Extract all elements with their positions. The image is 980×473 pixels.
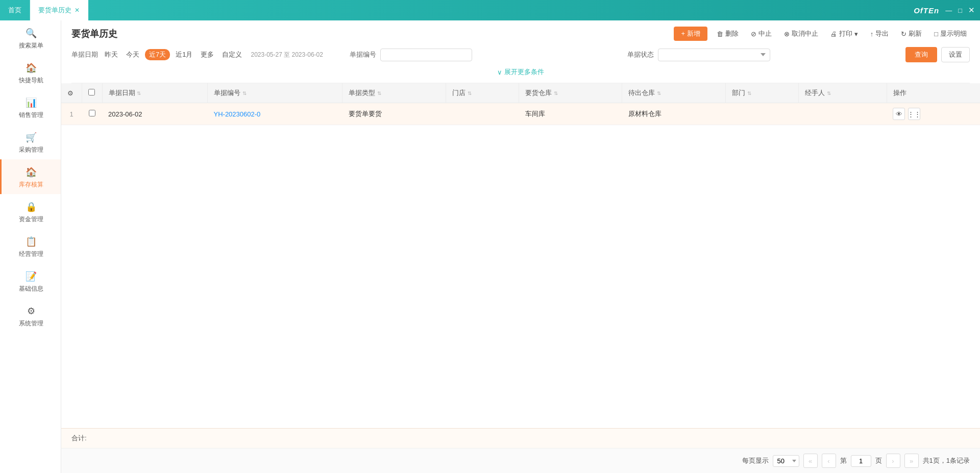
date-opt-today[interactable]: 今天	[124, 49, 142, 60]
filter-group-bill-number: 单据编号	[350, 49, 618, 61]
td-checkbox[interactable]	[82, 103, 102, 125]
th-store-label: 门店	[452, 89, 465, 97]
settings-button[interactable]: 设置	[941, 47, 970, 62]
table-row[interactable]: 1 2023-06-02 YH-20230602-0 要货单要货 车间库 原材料…	[61, 103, 980, 125]
add-button-label: + 新增	[681, 29, 700, 38]
expand-chevron-icon: ∨	[497, 68, 502, 76]
date-filter-label: 单据日期	[71, 50, 98, 59]
query-button-label: 查询	[915, 50, 928, 59]
date-opt-yesterday[interactable]: 昨天	[102, 49, 120, 60]
td-req-warehouse: 车间库	[519, 103, 622, 125]
th-checkbox[interactable]	[82, 83, 102, 103]
th-type-sort-icon: ⇅	[377, 90, 381, 96]
last-page-btn[interactable]: »	[904, 454, 919, 468]
sidebar-item-label-inventory: 库存核算	[19, 180, 43, 189]
basic-info-icon: 📝	[26, 271, 37, 282]
th-action: 操作	[887, 83, 980, 103]
content-area: 要货单历史 + 新增 🗑 删除 ⊘ 中止 ⊗ 取消中止	[61, 20, 980, 473]
show-detail-button-label: 显示明细	[940, 29, 967, 38]
per-page-label: 每页显示	[742, 456, 769, 465]
purchase-icon: 🛒	[26, 132, 37, 143]
sidebar-item-system[interactable]: ⚙ 系统管理	[0, 298, 61, 333]
view-icon: 👁	[896, 110, 902, 118]
filter-bar: 单据日期 昨天 今天 近7天 近1月 更多 自定义 2023-05-27 至 2…	[71, 47, 970, 83]
prev-page-btn[interactable]: ‹	[822, 454, 836, 468]
th-settings[interactable]: ⚙	[61, 83, 82, 103]
date-opt-more[interactable]: 更多	[198, 49, 216, 60]
th-store[interactable]: 门店 ⇅	[446, 83, 519, 103]
sidebar: 🔍 搜索菜单 🏠 快捷导航 📊 销售管理 🛒 采购管理 🏠 库存核算 🔒 资金管…	[0, 20, 61, 473]
cancel-stop-button[interactable]: ⊗ 取消中止	[781, 27, 821, 40]
td-action: 👁 ⋮⋮	[887, 103, 980, 125]
delete-button-label: 删除	[725, 29, 739, 38]
export-button[interactable]: ↑ 导出	[867, 27, 892, 40]
stop-button[interactable]: ⊘ 中止	[748, 27, 775, 40]
th-req-warehouse[interactable]: 要货仓库 ⇅	[519, 83, 622, 103]
bill-number-input[interactable]	[380, 49, 472, 61]
row-checkbox[interactable]	[89, 110, 95, 116]
sidebar-item-purchase[interactable]: 🛒 采购管理	[0, 125, 61, 159]
print-button[interactable]: 🖨 打印 ▾	[827, 27, 861, 40]
sidebar-item-label-finance: 资金管理	[19, 215, 43, 224]
minimize-icon[interactable]: —	[945, 7, 952, 14]
th-number[interactable]: 单据编号 ⇅	[208, 83, 342, 103]
next-page-btn[interactable]: ›	[886, 454, 900, 468]
sidebar-item-label-search-menu: 搜索菜单	[19, 41, 43, 50]
tab-close-icon[interactable]: ✕	[75, 7, 80, 14]
query-button[interactable]: 查询	[905, 47, 937, 62]
page-suffix: 页	[875, 456, 882, 465]
date-opt-custom[interactable]: 自定义	[219, 49, 244, 60]
window-close-icon[interactable]: ✕	[968, 6, 975, 15]
bill-status-select[interactable]	[658, 49, 770, 61]
data-table: ⚙ 单据日期 ⇅ 单据编号 ⇅ 单据类型 ⇅	[61, 83, 980, 125]
date-opt-last1month[interactable]: 近1月	[173, 49, 195, 60]
stop-icon: ⊘	[751, 30, 756, 38]
sidebar-item-basic-info[interactable]: 📝 基础信息	[0, 264, 61, 298]
delete-button[interactable]: 🗑 删除	[714, 27, 742, 40]
stop-button-label: 中止	[758, 29, 772, 38]
page-input[interactable]	[851, 455, 871, 467]
cancel-stop-icon: ⊗	[784, 30, 790, 38]
sales-icon: 📊	[26, 97, 37, 108]
bill-number-link[interactable]: YH-20230602-0	[214, 110, 261, 118]
show-detail-icon: □	[934, 30, 938, 38]
summary-label: 合计:	[71, 434, 87, 443]
tab-requisition-history[interactable]: 要货单历史 ✕	[30, 0, 88, 20]
tab-home[interactable]: 首页	[0, 0, 30, 20]
td-handler	[799, 103, 887, 125]
th-department[interactable]: 部门 ⇅	[726, 83, 799, 103]
add-button[interactable]: + 新增	[674, 27, 707, 41]
show-detail-button[interactable]: □ 显示明细	[931, 27, 970, 40]
maximize-icon[interactable]: □	[958, 7, 962, 14]
sidebar-item-inventory[interactable]: 🏠 库存核算	[0, 159, 61, 194]
expand-more-button[interactable]: ∨ 展开更多条件	[71, 67, 970, 77]
td-pending-warehouse: 原材料仓库	[622, 103, 726, 125]
filter-group-bill-status: 单据状态	[627, 49, 895, 61]
search-menu-icon: 🔍	[26, 28, 37, 39]
th-handler[interactable]: 经手人 ⇅	[799, 83, 887, 103]
date-opt-last7days[interactable]: 近7天	[145, 49, 170, 60]
sidebar-item-finance[interactable]: 🔒 资金管理	[0, 194, 61, 229]
first-page-btn[interactable]: «	[803, 454, 818, 468]
select-all-checkbox[interactable]	[88, 89, 95, 96]
sidebar-item-operations[interactable]: 📋 经营管理	[0, 229, 61, 264]
sidebar-item-label-purchase: 采购管理	[19, 146, 43, 154]
more-action-btn[interactable]: ⋮⋮	[908, 108, 920, 120]
refresh-button[interactable]: ↻ 刷新	[898, 27, 925, 40]
pagination: 每页显示 50 20 100 « ‹ 第 页 › » 共1页，1条记录	[742, 454, 970, 468]
sidebar-item-search-menu[interactable]: 🔍 搜索菜单	[0, 20, 61, 55]
sidebar-item-quick-nav[interactable]: 🏠 快捷导航	[0, 55, 61, 90]
th-pending-warehouse-sort-icon: ⇅	[657, 90, 661, 96]
print-dropdown-icon: ▾	[854, 30, 858, 38]
th-date[interactable]: 单据日期 ⇅	[102, 83, 208, 103]
tab-requisition-history-label: 要货单历史	[38, 6, 71, 15]
per-page-select[interactable]: 50 20 100	[773, 455, 799, 467]
system-icon: ⚙	[27, 305, 35, 317]
view-action-btn[interactable]: 👁	[893, 108, 905, 120]
sidebar-item-label-system: 系统管理	[19, 319, 43, 328]
sidebar-item-sales[interactable]: 📊 销售管理	[0, 90, 61, 125]
table-header: ⚙ 单据日期 ⇅ 单据编号 ⇅ 单据类型 ⇅	[61, 83, 980, 103]
th-type[interactable]: 单据类型 ⇅	[342, 83, 446, 103]
brand-label: OfTEn	[914, 6, 939, 15]
th-pending-warehouse[interactable]: 待出仓库 ⇅	[622, 83, 726, 103]
